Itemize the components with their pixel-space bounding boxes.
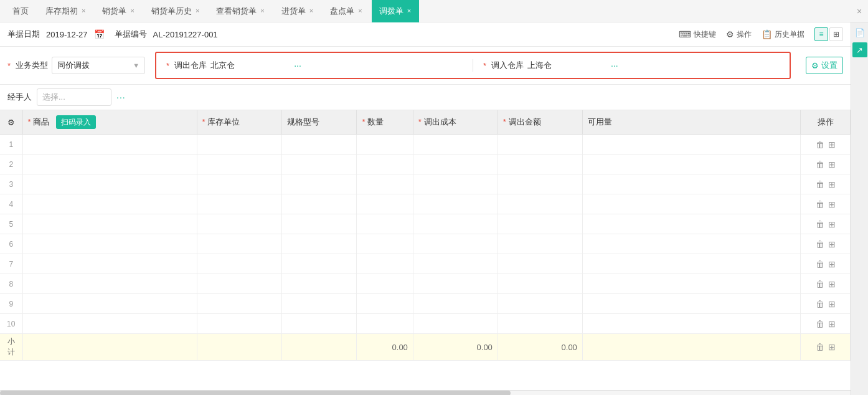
row-product[interactable]: [22, 214, 197, 234]
row-transfer-amount[interactable]: [498, 274, 582, 294]
row-quantity[interactable]: [357, 155, 413, 174]
row-transfer-cost[interactable]: [413, 214, 498, 234]
row-quantity[interactable]: [357, 294, 413, 314]
row-product[interactable]: [22, 155, 197, 174]
tab-inventory-init[interactable]: 库存期初 ×: [38, 0, 93, 22]
row-spec[interactable]: [281, 234, 357, 254]
row-available[interactable]: [582, 194, 800, 214]
tab-sales-history[interactable]: 销货单历史 ×: [144, 0, 207, 22]
tab-view-sales[interactable]: 查看销货单 ×: [209, 0, 272, 22]
tab-transfer-order[interactable]: 调拨单 ×: [372, 0, 419, 22]
row-copy-icon[interactable]: ⊞: [828, 239, 836, 249]
scan-entry-button[interactable]: 扫码录入: [56, 115, 96, 129]
row-copy-icon[interactable]: ⊞: [828, 219, 836, 229]
row-product[interactable]: [22, 135, 197, 155]
row-unit[interactable]: [197, 174, 281, 194]
tab-home[interactable]: 首页: [5, 0, 37, 22]
calendar-icon[interactable]: 📅: [94, 29, 105, 39]
row-transfer-amount[interactable]: [498, 135, 582, 155]
col-settings[interactable]: ⚙: [0, 110, 22, 135]
row-unit[interactable]: [197, 155, 281, 174]
operator-input[interactable]: 选择...: [37, 88, 111, 106]
row-delete-icon[interactable]: 🗑: [816, 319, 824, 329]
row-transfer-cost[interactable]: [413, 194, 498, 214]
row-delete-icon[interactable]: 🗑: [816, 279, 824, 289]
row-product[interactable]: [22, 274, 197, 294]
row-delete-icon[interactable]: 🗑: [816, 239, 824, 249]
row-delete-icon[interactable]: 🗑: [816, 199, 824, 209]
row-product[interactable]: [22, 174, 197, 194]
operation-button[interactable]: ⚙ 操作: [726, 29, 752, 40]
row-transfer-cost[interactable]: [413, 174, 498, 194]
row-copy-icon[interactable]: ⊞: [828, 279, 836, 289]
subtotal-copy-icon[interactable]: ⊞: [828, 342, 836, 352]
row-available[interactable]: [582, 294, 800, 314]
row-spec[interactable]: [281, 214, 357, 234]
row-spec[interactable]: [281, 274, 357, 294]
row-quantity[interactable]: [357, 214, 413, 234]
row-unit[interactable]: [197, 234, 281, 254]
tab-view-sales-close[interactable]: ×: [260, 7, 264, 14]
row-transfer-cost[interactable]: [413, 254, 498, 274]
row-unit[interactable]: [197, 314, 281, 334]
row-product[interactable]: [22, 254, 197, 274]
row-transfer-amount[interactable]: [498, 214, 582, 234]
row-delete-icon[interactable]: 🗑: [816, 159, 824, 169]
row-spec[interactable]: [281, 254, 357, 274]
row-transfer-cost[interactable]: [413, 155, 498, 174]
row-available[interactable]: [582, 254, 800, 274]
row-spec[interactable]: [281, 194, 357, 214]
row-copy-icon[interactable]: ⊞: [828, 199, 836, 209]
row-spec[interactable]: [281, 294, 357, 314]
layout-list-btn[interactable]: ≡: [814, 27, 828, 41]
tab-sales-order-close[interactable]: ×: [130, 7, 134, 14]
global-close-button[interactable]: ×: [851, 4, 868, 19]
row-product[interactable]: [22, 294, 197, 314]
row-copy-icon[interactable]: ⊞: [828, 259, 836, 269]
row-copy-icon[interactable]: ⊞: [828, 159, 836, 169]
row-transfer-cost[interactable]: [413, 234, 498, 254]
row-quantity[interactable]: [357, 274, 413, 294]
tab-inventory-count-close[interactable]: ×: [358, 7, 362, 14]
row-transfer-amount[interactable]: [498, 254, 582, 274]
business-type-input[interactable]: 同价调拨 ▼: [52, 57, 145, 74]
row-spec[interactable]: [281, 135, 357, 155]
tab-sales-history-close[interactable]: ×: [196, 7, 199, 14]
tab-inventory-init-close[interactable]: ×: [82, 7, 85, 14]
row-available[interactable]: [582, 314, 800, 334]
subtotal-delete-icon[interactable]: 🗑: [816, 342, 824, 352]
row-quantity[interactable]: [357, 174, 413, 194]
row-transfer-amount[interactable]: [498, 155, 582, 174]
row-quantity[interactable]: [357, 194, 413, 214]
row-available[interactable]: [582, 274, 800, 294]
shortcut-button[interactable]: ⌨ 快捷键: [679, 29, 716, 40]
row-copy-icon[interactable]: ⊞: [828, 299, 836, 309]
row-available[interactable]: [582, 155, 800, 174]
row-copy-icon[interactable]: ⊞: [828, 179, 836, 189]
row-transfer-amount[interactable]: [498, 194, 582, 214]
tab-transfer-order-close[interactable]: ×: [407, 7, 411, 14]
row-unit[interactable]: [197, 214, 281, 234]
tab-purchase-order-close[interactable]: ×: [309, 7, 313, 14]
row-copy-icon[interactable]: ⊞: [828, 140, 836, 150]
row-quantity[interactable]: [357, 314, 413, 334]
row-spec[interactable]: [281, 174, 357, 194]
row-quantity[interactable]: [357, 135, 413, 155]
row-transfer-amount[interactable]: [498, 174, 582, 194]
sidebar-expand-icon[interactable]: ↗: [852, 42, 867, 57]
row-delete-icon[interactable]: 🗑: [816, 299, 824, 309]
history-button[interactable]: 📋 历史单据: [762, 29, 804, 40]
row-product[interactable]: [22, 234, 197, 254]
horizontal-scrollbar[interactable]: [0, 390, 851, 395]
operator-more-btn[interactable]: ···: [116, 92, 126, 102]
transfer-out-more-btn[interactable]: ···: [294, 60, 301, 70]
row-available[interactable]: [582, 135, 800, 155]
row-unit[interactable]: [197, 274, 281, 294]
row-transfer-cost[interactable]: [413, 274, 498, 294]
row-transfer-amount[interactable]: [498, 234, 582, 254]
row-delete-icon[interactable]: 🗑: [816, 140, 824, 150]
settings-button[interactable]: ⚙ 设置: [806, 57, 843, 74]
row-unit[interactable]: [197, 194, 281, 214]
row-transfer-amount[interactable]: [498, 294, 582, 314]
tab-purchase-order[interactable]: 进货单 ×: [274, 0, 321, 22]
